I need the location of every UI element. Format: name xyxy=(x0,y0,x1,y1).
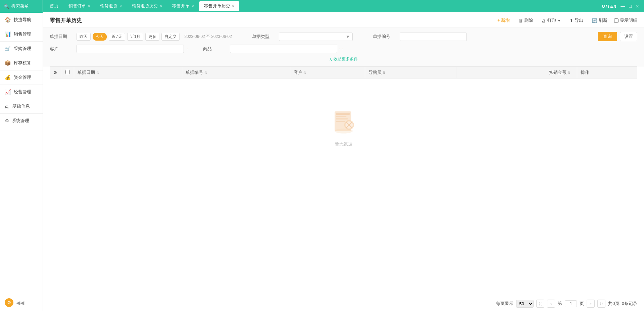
product-ellipsis-icon[interactable]: ··· xyxy=(339,46,343,52)
empty-text: 暂无数据 xyxy=(335,141,352,147)
customer-label: 客户 xyxy=(50,46,70,52)
sidebar: 🔍 搜索采单 🏠 快捷导航 📊 销售管理 🛒 采购管理 📦 库存核算 💰 资金管… xyxy=(0,0,43,311)
export-label: 导出 xyxy=(575,17,583,23)
select-all-checkbox[interactable] xyxy=(65,70,70,74)
date-filter-label: 单据日期 xyxy=(50,34,70,40)
print-button[interactable]: 🖨 打印 ▼ xyxy=(540,16,563,25)
search-icon: 🔍 xyxy=(4,4,9,9)
collapse-filter-btn[interactable]: ∧ 收起更多条件 xyxy=(50,56,637,62)
sidebar-item-label: 经营管理 xyxy=(14,89,31,95)
add-button[interactable]: + 新增 xyxy=(495,16,512,25)
delete-label: 删除 xyxy=(524,17,533,23)
date-btn-custom[interactable]: 自定义 xyxy=(161,33,180,41)
tab-sales-return-label: 销货退货 xyxy=(100,3,117,9)
window-max-button[interactable]: □ xyxy=(629,4,632,9)
tab-retail-open-history-close[interactable]: × xyxy=(232,4,234,8)
date-btn-today[interactable]: 今天 xyxy=(93,33,107,41)
display-detail-checkbox[interactable] xyxy=(614,18,618,23)
table-col-date-label: 单据日期 xyxy=(78,70,95,75)
sidebar-item-operations[interactable]: 📈 经营管理 xyxy=(0,85,43,99)
tab-retail-open-history[interactable]: 零售开单历史 × xyxy=(199,1,239,11)
tab-retail-open-label: 零售开单 xyxy=(172,3,190,9)
money-icon: 💰 xyxy=(5,74,11,81)
table-col-salesperson[interactable]: 导购员 ⇅ xyxy=(365,67,456,79)
tab-retail-open-history-label: 零售开单历史 xyxy=(204,3,230,9)
tab-sales-return-close[interactable]: × xyxy=(119,4,121,8)
doc-no-input[interactable] xyxy=(400,33,467,41)
home-icon: 🏠 xyxy=(5,17,11,23)
table-col-amount[interactable]: 实销金额 ⇅ xyxy=(456,67,577,79)
page-prefix: 第 xyxy=(558,301,562,307)
empty-illustration xyxy=(329,105,359,136)
product-input-wrap: ··· xyxy=(230,45,343,53)
svg-rect-2 xyxy=(336,113,350,115)
export-icon: ⬆ xyxy=(569,18,573,23)
date-btn-last-month[interactable]: 近1月 xyxy=(127,33,144,41)
main-content: 首页 销售订单 × 销货退货 × 销货退货历史 × 零售开单 × 零售开单历史 … xyxy=(43,0,644,311)
tab-retail-open-close[interactable]: × xyxy=(192,4,194,8)
sidebar-item-purchase-mgmt[interactable]: 🛒 采购管理 xyxy=(0,42,43,56)
page-prev-button[interactable]: ＜ xyxy=(547,300,555,308)
date-btn-yesterday[interactable]: 昨天 xyxy=(77,33,91,41)
sidebar-search[interactable]: 🔍 搜索采单 xyxy=(0,0,43,13)
page-next-button[interactable]: ＞ xyxy=(587,300,595,308)
tab-sales-order-close[interactable]: × xyxy=(88,4,90,8)
tab-sales-return[interactable]: 销货退货 × xyxy=(95,1,126,11)
page-title: 零售开单历史 xyxy=(50,17,82,24)
pagination: 每页显示 20 50 100 200 ⟨⟨ ＜ 第 1 页 ＞ ⟩⟩ 共0页, … xyxy=(43,296,644,311)
date-btn-last7[interactable]: 近7天 xyxy=(109,33,125,41)
print-arrow-icon: ▼ xyxy=(557,19,561,22)
tab-home[interactable]: 首页 xyxy=(45,1,63,11)
table-col-date[interactable]: 单据日期 ⇅ xyxy=(74,67,182,79)
customer-ellipsis-icon[interactable]: ··· xyxy=(185,46,190,52)
sidebar-item-system-mgmt[interactable]: ⚙ 系统管理 xyxy=(0,114,43,128)
sidebar-item-sales-mgmt[interactable]: 📊 销售管理 xyxy=(0,27,43,42)
table-header-row: ⚙ 单据日期 ⇅ 单据编号 ⇅ 客户 ⇅ xyxy=(50,67,637,79)
query-button[interactable]: 查询 xyxy=(598,32,617,41)
svg-rect-3 xyxy=(336,116,346,117)
table-col-customer[interactable]: 客户 ⇅ xyxy=(290,67,365,79)
doc-no-label: 单据编号 xyxy=(373,34,393,40)
tab-sales-order[interactable]: 销售订单 × xyxy=(64,1,95,11)
tab-sales-return-history[interactable]: 销货退货历史 × xyxy=(127,1,167,11)
collapse-filter-label: 收起更多条件 xyxy=(334,56,358,62)
print-label: 打印 xyxy=(547,17,556,23)
page-number-input[interactable]: 1 xyxy=(565,300,577,307)
refresh-label: 刷新 xyxy=(599,17,607,23)
window-min-button[interactable]: — xyxy=(621,4,625,9)
table-col-doc-no[interactable]: 单据编号 ⇅ xyxy=(182,67,290,79)
customer-input[interactable] xyxy=(77,45,184,53)
page-suffix: 页 xyxy=(580,301,584,307)
table-settings-col[interactable]: ⚙ xyxy=(50,67,62,79)
trend-icon: 📈 xyxy=(5,89,11,95)
svg-rect-5 xyxy=(336,121,345,122)
table-checkbox-col[interactable] xyxy=(62,67,74,79)
window-close-button[interactable]: ✕ xyxy=(636,4,639,9)
refresh-button[interactable]: 🔄 刷新 xyxy=(590,16,609,25)
settings-gear-button[interactable]: ⚙ xyxy=(5,298,13,307)
doc-type-select[interactable] xyxy=(279,33,353,41)
tab-sales-return-history-label: 销货退货历史 xyxy=(132,3,158,9)
sidebar-item-quick-nav[interactable]: 🏠 快捷导航 xyxy=(0,13,43,27)
page-first-button[interactable]: ⟨⟨ xyxy=(536,300,544,308)
date-btn-more[interactable]: 更多 xyxy=(145,33,159,41)
product-input[interactable] xyxy=(230,45,337,53)
data-table: ⚙ 单据日期 ⇅ 单据编号 ⇅ 客户 ⇅ xyxy=(50,66,637,79)
doc-type-wrap: ▼ xyxy=(279,33,353,41)
table-area: ⚙ 单据日期 ⇅ 单据编号 ⇅ 客户 ⇅ xyxy=(43,66,644,296)
sidebar-item-basic-info[interactable]: 🗂 基础信息 xyxy=(0,99,43,114)
delete-button[interactable]: 🗑 删除 xyxy=(516,16,535,25)
sidebar-item-inventory[interactable]: 📦 库存核算 xyxy=(0,56,43,70)
tab-sales-return-history-close[interactable]: × xyxy=(160,4,162,8)
tabbar-right: OfTEn — □ ✕ xyxy=(602,4,642,9)
tab-retail-open[interactable]: 零售开单 × xyxy=(167,1,198,11)
per-page-label: 每页显示 xyxy=(496,301,513,307)
per-page-select[interactable]: 20 50 100 200 xyxy=(516,300,534,308)
export-button[interactable]: ⬆ 导出 xyxy=(567,16,585,25)
page-last-button[interactable]: ⟩⟩ xyxy=(597,300,605,308)
settings-button[interactable]: 设置 xyxy=(620,32,637,41)
sidebar-item-finance[interactable]: 💰 资金管理 xyxy=(0,70,43,85)
sidebar-item-label: 基础信息 xyxy=(12,103,30,109)
sidebar-collapse-button[interactable]: ◀◀ xyxy=(16,300,24,306)
display-detail-label: 显示明细 xyxy=(620,17,637,23)
